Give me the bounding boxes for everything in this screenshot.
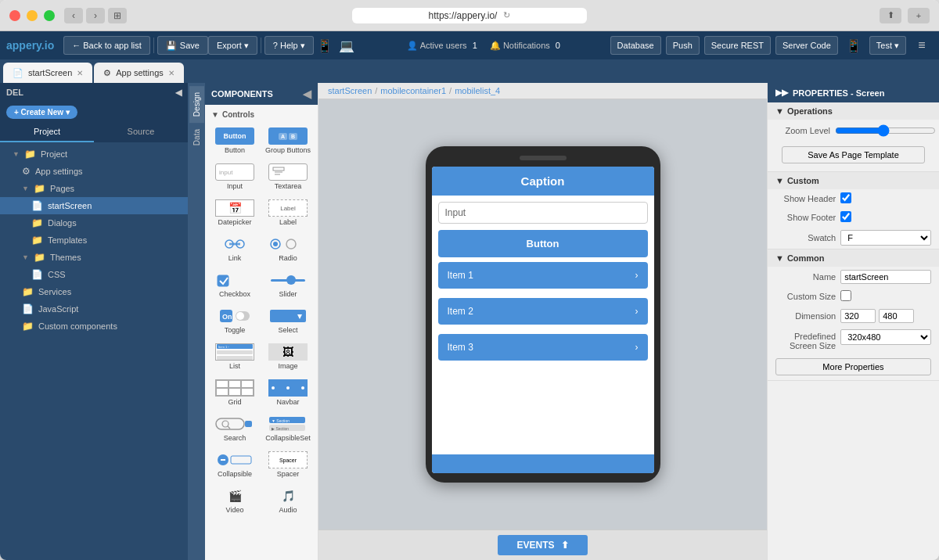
tree-item-project[interactable]: ▼ 📁 Project — [0, 145, 188, 163]
tab-close-icon[interactable]: ✕ — [77, 69, 83, 77]
sidebar-tab-project[interactable]: Project — [0, 122, 94, 142]
show-header-checkbox[interactable] — [840, 192, 851, 203]
operations-section-header[interactable]: ▼ Operations — [768, 102, 939, 120]
tree-item-custom-components[interactable]: 📁 Custom components — [0, 318, 188, 335]
component-image[interactable]: 🖼 Image — [263, 340, 313, 373]
svg-text:▼ Section: ▼ Section — [272, 418, 290, 423]
more-properties-button[interactable]: More Properties — [775, 358, 931, 375]
nav-forward-button[interactable]: › — [86, 8, 105, 23]
tab-app-settings[interactable]: ⚙ App settings ✕ — [94, 63, 184, 83]
tree-item-themes[interactable]: ▼ 📁 Themes — [0, 249, 188, 266]
screen-button[interactable]: Button — [438, 230, 648, 257]
breadcrumb-start-screen[interactable]: startScreen — [328, 86, 372, 95]
show-footer-checkbox[interactable] — [840, 211, 851, 222]
url-bar[interactable]: https://appery.io/ ↻ — [352, 8, 587, 23]
close-button[interactable] — [9, 10, 20, 21]
list-item-2[interactable]: Item 2 › — [438, 298, 648, 325]
app-logo: appery.io — [6, 39, 54, 52]
component-input[interactable]: input Input — [210, 160, 260, 193]
sidebar-collapse-button[interactable]: ◀ — [175, 88, 182, 98]
component-video[interactable]: 🎬 Video — [210, 484, 260, 517]
minimize-button[interactable] — [27, 10, 38, 21]
new-tab-button[interactable]: + — [908, 8, 930, 23]
custom-components-icon: 📁 — [22, 321, 34, 332]
tab-settings-close-icon[interactable]: ✕ — [168, 69, 174, 77]
menu-button[interactable]: ≡ — [911, 36, 933, 55]
tree-item-css[interactable]: 📄 CSS — [0, 266, 188, 283]
save-template-button[interactable]: Save As Page Template — [782, 146, 925, 163]
component-list[interactable]: Item 1 › List — [210, 340, 260, 373]
component-collapsibleset[interactable]: ▼ Section ▶ Section CollapsibleSet — [263, 412, 313, 445]
component-grid[interactable]: Grid — [210, 376, 260, 409]
tab-start-screen[interactable]: 📄 startScreen ✕ — [3, 63, 92, 83]
components-collapse-button[interactable]: ◀ — [303, 88, 311, 100]
component-toggle[interactable]: On Toggle — [210, 304, 260, 337]
dimension-height-input[interactable] — [879, 309, 914, 323]
controls-section-header[interactable]: ▼ Controls — [205, 108, 318, 121]
list-item-1[interactable]: Item 1 › — [438, 262, 648, 289]
breadcrumb-container[interactable]: mobilecontainer1 — [380, 86, 446, 95]
help-button[interactable]: ? Help ▾ — [264, 36, 314, 55]
events-button[interactable]: EVENTS ⬆ — [498, 535, 587, 555]
tree-item-services[interactable]: 📁 Services — [0, 283, 188, 300]
server-code-button[interactable]: Server Code — [775, 36, 838, 55]
component-select[interactable]: Select — [263, 304, 313, 337]
push-button[interactable]: Push — [666, 36, 700, 55]
tree-item-javascript[interactable]: 📄 JavaScript — [0, 300, 188, 318]
back-to-app-list-button[interactable]: ← Back to app list — [63, 36, 150, 55]
sidebar-tab-source[interactable]: Source — [94, 122, 188, 142]
zoom-slider[interactable] — [835, 124, 936, 137]
tree-item-dialogs[interactable]: 📁 Dialogs — [0, 214, 188, 232]
maximize-button[interactable] — [44, 10, 55, 21]
textarea-preview — [268, 163, 308, 181]
test-button[interactable]: Test ▾ — [869, 36, 906, 55]
mobile-icon-button[interactable]: 📱 — [843, 36, 865, 55]
reload-icon[interactable]: ↻ — [503, 10, 510, 20]
component-audio[interactable]: 🎵 Audio — [263, 484, 313, 517]
radio-preview — [268, 235, 308, 253]
breadcrumb-list[interactable]: mobilelist_4 — [455, 86, 500, 95]
vtab-data[interactable]: Data — [189, 123, 204, 152]
toolbar-sep-2 — [261, 38, 261, 53]
common-section-header[interactable]: ▼ Common — [768, 249, 939, 267]
share-button[interactable]: ⬆ — [880, 8, 901, 23]
component-navbar[interactable]: Navbar — [263, 376, 313, 409]
pages-folder-icon: 📁 — [34, 183, 45, 194]
tree-item-templates[interactable]: 📁 Templates — [0, 232, 188, 249]
swatch-select[interactable]: F A B C — [840, 230, 931, 246]
component-radio[interactable]: Radio — [263, 232, 313, 265]
tree-item-pages[interactable]: ▼ 📁 Pages — [0, 180, 188, 197]
name-input[interactable] — [840, 270, 931, 284]
list-item-3[interactable]: Item 3 › — [438, 334, 648, 361]
component-spacer[interactable]: Spacer Spacer — [263, 448, 313, 481]
custom-section-header[interactable]: ▼ Custom — [768, 172, 939, 189]
component-group-buttons[interactable]: A B Group Buttons — [263, 124, 313, 157]
vtab-design[interactable]: Design — [189, 86, 204, 123]
save-button[interactable]: 💾 Save — [157, 36, 208, 55]
component-link[interactable]: Link — [210, 232, 260, 265]
component-search[interactable]: Search — [210, 412, 260, 445]
nav-layout-button[interactable]: ⊞ — [108, 8, 127, 23]
database-button[interactable]: Database — [610, 36, 661, 55]
spacer-preview: Spacer — [268, 451, 308, 468]
component-button[interactable]: Button Button — [210, 124, 260, 157]
tree-item-app-settings[interactable]: ⚙ App settings — [0, 163, 188, 180]
export-button[interactable]: Export ▾ — [208, 36, 257, 55]
create-new-button[interactable]: + Create New ▾ — [6, 106, 77, 119]
dimension-width-input[interactable] — [840, 309, 876, 323]
component-checkbox[interactable]: Checkbox — [210, 268, 260, 301]
component-slider[interactable]: Slider — [263, 268, 313, 301]
component-collapsible[interactable]: Collapsible — [210, 448, 260, 481]
tree-item-start-screen[interactable]: 📄 startScreen — [0, 197, 188, 214]
component-textarea[interactable]: Textarea — [263, 160, 313, 193]
predefined-select[interactable]: 320x480 640x960 768x1024 — [840, 329, 931, 345]
component-label[interactable]: Label Label — [263, 196, 313, 229]
screen-input[interactable]: Input — [438, 202, 648, 224]
custom-section: ▼ Custom Show Header Show Footer Swa — [768, 172, 939, 249]
component-datepicker[interactable]: 📅 Datepicker — [210, 196, 260, 229]
tablet-view-button[interactable]: 💻 — [336, 36, 358, 55]
mobile-view-button[interactable]: 📱 — [314, 36, 336, 55]
secure-rest-button[interactable]: Secure REST — [704, 36, 771, 55]
nav-back-button[interactable]: ‹ — [64, 8, 83, 23]
custom-size-checkbox[interactable] — [840, 290, 851, 301]
